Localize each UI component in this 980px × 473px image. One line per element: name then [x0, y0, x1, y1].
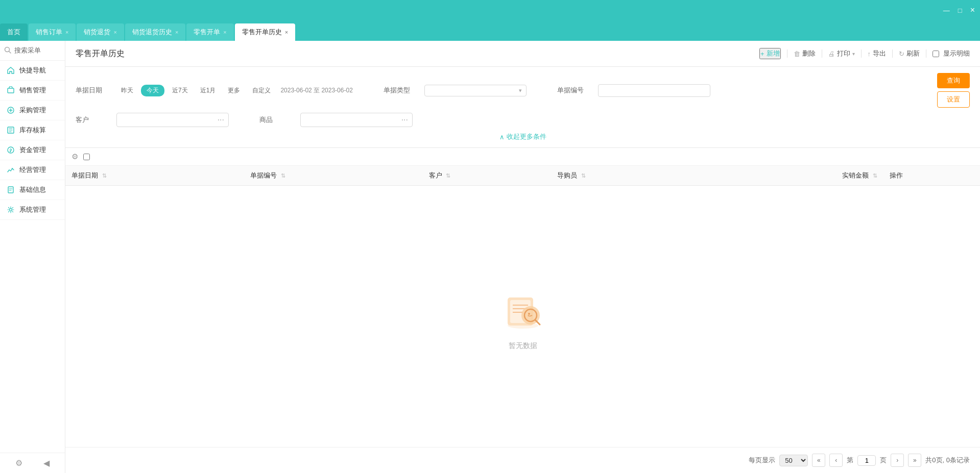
col-customer[interactable]: 客户 ⇅ [423, 166, 552, 186]
date-btn-today[interactable]: 今天 [141, 85, 164, 96]
tab-sales-return-history[interactable]: 销货退货历史 × [125, 23, 185, 41]
svg-rect-6 [8, 187, 13, 193]
number-filter-input[interactable] [598, 84, 710, 97]
query-set-group: 查询 设置 [937, 73, 970, 108]
col-action: 操作 [883, 166, 980, 186]
col-action-label: 操作 [890, 171, 903, 179]
tab-retail-open-history-close[interactable]: × [285, 29, 288, 35]
empty-state: 暂无数据 [65, 186, 980, 447]
last-page-btn[interactable]: » [908, 454, 921, 467]
sidebar-item-operations[interactable]: 经营管理 [0, 160, 65, 180]
col-amount[interactable]: 实销金额 ⇅ [705, 166, 883, 186]
sidebar-item-finance[interactable]: 资金管理 [0, 140, 65, 160]
tab-home[interactable]: 首页 [0, 23, 28, 41]
date-btn-custom[interactable]: 自定义 [248, 85, 275, 96]
goods-filter-input[interactable]: ··· [300, 113, 413, 127]
type-filter-arrow-icon: ▾ [519, 87, 522, 94]
table-header-row: 单据日期 ⇅ 单据编号 ⇅ 客户 ⇅ 导购员 ⇅ [65, 166, 980, 186]
tab-sales-return-history-close[interactable]: × [175, 29, 178, 35]
sidebar-item-base-info[interactable]: 基础信息 [0, 180, 65, 200]
top-bar: — □ × [0, 0, 980, 20]
collapse-conditions-btn[interactable]: ∧ 收起更多条件 [76, 132, 970, 141]
maximize-btn[interactable]: □ [958, 7, 962, 14]
query-button[interactable]: 查询 [937, 73, 970, 88]
col-guide-label: 导购员 [557, 171, 577, 179]
sidebar-item-system[interactable]: 系统管理 [0, 200, 65, 220]
sidebar-item-inventory[interactable]: 库存核算 [0, 120, 65, 140]
delete-button[interactable]: 🗑 删除 [794, 49, 816, 58]
refresh-button[interactable]: ↻ 刷新 [899, 49, 920, 58]
search-icon [4, 46, 11, 55]
tab-sales-return-history-label: 销货退货历史 [132, 28, 172, 37]
settings-gear-icon[interactable]: ⚙ [15, 458, 22, 468]
export-button[interactable]: ↑ 导出 [868, 49, 887, 58]
date-btn-1month[interactable]: 近1月 [196, 85, 221, 96]
tab-retail-open-history[interactable]: 零售开单历史 × [235, 23, 295, 41]
collapse-arrow-icon: ∧ [499, 133, 505, 141]
tab-sales-order-close[interactable]: × [65, 29, 68, 35]
page-suffix-label: 页 [880, 456, 887, 465]
sidebar-item-quick-nav[interactable]: 快捷导航 [0, 61, 65, 81]
operations-icon [6, 165, 15, 175]
base-info-icon [6, 185, 15, 194]
select-all-checkbox[interactable] [83, 154, 90, 160]
type-filter-select[interactable]: ▾ [424, 85, 527, 96]
delete-label: 删除 [802, 49, 816, 58]
date-btn-7days[interactable]: 近7天 [168, 85, 193, 96]
collapse-sidebar-btn[interactable]: ◀ [43, 458, 50, 468]
per-page-select[interactable]: 50 100 200 [779, 455, 808, 466]
tab-retail-open[interactable]: 零售开单 × [186, 23, 233, 41]
divider-2 [822, 49, 822, 58]
delete-icon: 🗑 [794, 50, 800, 58]
collapse-label: 收起更多条件 [507, 132, 546, 141]
next-page-btn[interactable]: › [891, 454, 904, 467]
tab-sales-return-label: 销货退货 [84, 28, 110, 37]
sidebar-item-finance-label: 资金管理 [19, 145, 46, 155]
col-date[interactable]: 单据日期 ⇅ [65, 166, 244, 186]
sales-icon [6, 86, 15, 95]
toolbar-buttons: + 新增 🗑 删除 🖨 打印 ▾ ↑ 导出 [759, 48, 970, 59]
minimize-btn[interactable]: — [943, 7, 950, 14]
display-detail-button[interactable]: 显示明细 [933, 49, 970, 58]
sidebar-search[interactable]: 搜索采单 [0, 41, 65, 61]
col-guide[interactable]: 导购员 ⇅ [551, 166, 705, 186]
filter-area: 单据日期 昨天 今天 近7天 近1月 更多 自定义 2023-06-02 至 2… [65, 67, 980, 148]
customer-filter-label: 客户 [76, 115, 106, 125]
date-filter-label: 单据日期 [76, 86, 106, 95]
sidebar: 搜索采单 快捷导航 销售管理 [0, 41, 65, 473]
window-close-btn[interactable]: × [970, 6, 975, 15]
total-records-text: 共0页, 0条记录 [925, 456, 970, 465]
tab-sales-return-close[interactable]: × [113, 29, 116, 35]
date-btn-more[interactable]: 更多 [223, 85, 245, 96]
page-number-input[interactable] [857, 455, 876, 466]
export-label: 导出 [873, 49, 886, 58]
print-button[interactable]: 🖨 打印 ▾ [828, 49, 855, 58]
add-button[interactable]: + 新增 [759, 48, 781, 59]
goods-dots[interactable]: ··· [401, 115, 408, 125]
number-filter-label: 单据编号 [557, 86, 588, 95]
sidebar-item-purchase-mgmt-label: 采购管理 [19, 106, 46, 115]
set-button[interactable]: 设置 [937, 91, 970, 108]
customer-dots[interactable]: ··· [218, 115, 224, 125]
tab-sales-order[interactable]: 销售订单 × [29, 23, 76, 41]
tab-sales-return[interactable]: 销货退货 × [77, 23, 124, 41]
customer-filter-input[interactable]: ··· [116, 113, 229, 127]
refresh-icon: ↻ [899, 50, 904, 58]
tab-retail-open-close[interactable]: × [223, 29, 226, 35]
col-number[interactable]: 单据编号 ⇅ [244, 166, 423, 186]
empty-illustration [497, 282, 548, 333]
display-detail-checkbox[interactable] [933, 51, 939, 57]
date-btn-yesterday[interactable]: 昨天 [116, 85, 138, 96]
col-date-label: 单据日期 [71, 171, 98, 179]
prev-page-btn[interactable]: ‹ [829, 454, 843, 467]
col-amount-label: 实销金额 [842, 171, 869, 179]
system-icon [6, 205, 15, 214]
table-settings-icon[interactable]: ⚙ [71, 152, 78, 161]
col-number-label: 单据编号 [250, 171, 277, 179]
divider-4 [892, 49, 893, 58]
sidebar-item-base-info-label: 基础信息 [19, 185, 46, 194]
first-page-btn[interactable]: « [812, 454, 825, 467]
sidebar-item-purchase-mgmt[interactable]: 采购管理 [0, 101, 65, 120]
col-customer-label: 客户 [429, 171, 442, 179]
sidebar-item-sales-mgmt[interactable]: 销售管理 [0, 81, 65, 101]
